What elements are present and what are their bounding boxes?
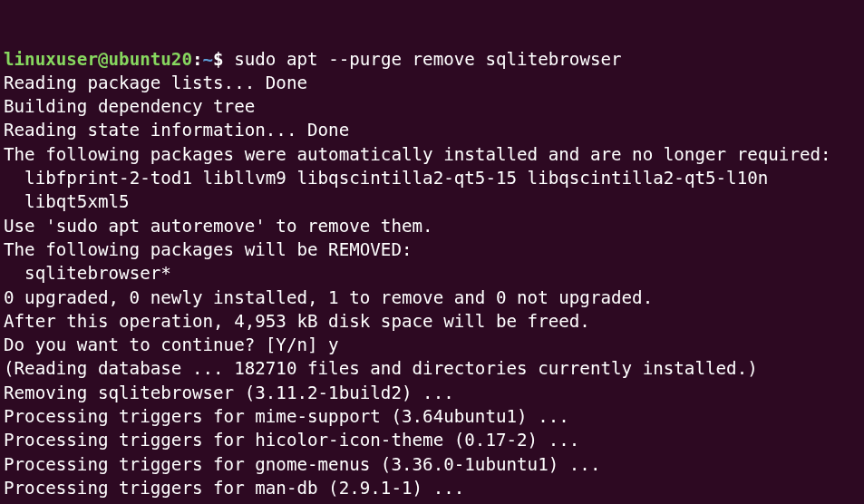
- output-line: Reading package lists... Done: [4, 73, 307, 93]
- output-line: 0 upgraded, 0 newly installed, 1 to remo…: [4, 287, 653, 308]
- prompt-user: linuxuser: [4, 49, 98, 70]
- command-text: sudo apt --purge remove sqlitebrowser: [234, 49, 621, 70]
- prompt-host: ubuntu20: [109, 49, 192, 70]
- output-line: Use 'sudo apt autoremove' to remove them…: [4, 216, 433, 237]
- prompt-at: @: [98, 49, 109, 70]
- output-line: Removing sqlitebrowser (3.11.2-1build2) …: [4, 383, 454, 403]
- output-line: Processing triggers for gnome-menus (3.3…: [4, 454, 600, 475]
- truncated-line-top: [4, 24, 517, 45]
- output-line: Processing triggers for man-db (2.9.1-1)…: [4, 478, 464, 499]
- output-line: libqt5xml5: [4, 191, 130, 212]
- output-line: (Reading database ... 182710 files and d…: [4, 358, 758, 379]
- output-line: sqlitebrowser*: [4, 263, 171, 284]
- output-line: Processing triggers for mime-support (3.…: [4, 406, 569, 427]
- prompt-path: ~: [203, 49, 214, 70]
- prompt-colon: :: [192, 49, 203, 70]
- prompt-line-1: linuxuser@ubuntu20:~$ sudo apt --purge r…: [4, 49, 622, 70]
- prompt-dollar: $: [213, 49, 234, 70]
- output-line: The following packages were automaticall…: [4, 144, 831, 165]
- output-line: libfprint-2-tod1 libllvm9 libqscintilla2…: [4, 168, 768, 189]
- output-line: Reading state information... Done: [4, 120, 349, 141]
- output-line: Processing triggers for hicolor-icon-the…: [4, 430, 579, 451]
- output-line: Do you want to continue? [Y/n] y: [4, 334, 339, 355]
- output-line: Building dependency tree: [4, 96, 255, 117]
- terminal-output[interactable]: linuxuser@ubuntu20:~$ sudo apt --purge r…: [0, 0, 864, 504]
- output-line: The following packages will be REMOVED:: [4, 239, 413, 260]
- output-line: After this operation, 4,953 kB disk spac…: [4, 311, 590, 332]
